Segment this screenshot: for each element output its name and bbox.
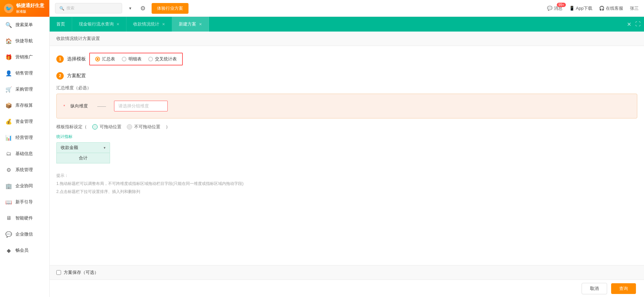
sales-icon: 👤: [5, 70, 12, 77]
inventory-icon: 📦: [5, 102, 12, 109]
sidebar-item-label: 基础信息: [15, 151, 33, 157]
sidebar-item-wechat[interactable]: 💬 企业微信: [0, 226, 49, 242]
radio-summary-circle: [95, 57, 100, 61]
operations-icon: 📊: [5, 134, 12, 141]
sidebar-item-label: 畅会员: [15, 247, 29, 253]
template-options-box: 汇总表 明细表 交叉统计表: [89, 53, 183, 65]
sidebar-item-purchase[interactable]: 🛒 采购管理: [0, 81, 49, 97]
dimension-select[interactable]: 请选择分组维度: [114, 101, 168, 111]
sidebar-item-label: 新手引导: [15, 199, 33, 205]
message-badge: 99+: [557, 3, 566, 7]
search-icon: 🔍: [59, 6, 64, 11]
sidebar-item-label: 企业协同: [15, 183, 33, 189]
dimension-section-label: 汇总维度（必选）: [56, 85, 637, 91]
radio-cross[interactable]: 交叉统计表: [148, 56, 177, 62]
tip2: 2.点击标题栏下拉可设置排序、插入列和删除列: [56, 188, 637, 196]
finance-icon: 💰: [5, 118, 12, 125]
search-icon: 🔍: [5, 21, 12, 28]
sidebar-item-system[interactable]: ⚙ 系统管理: [0, 162, 49, 178]
support-label: 在线客服: [606, 5, 623, 11]
metrics-cell: 合计: [56, 153, 110, 163]
topbar-gear[interactable]: ⚙: [138, 4, 148, 13]
support-btn[interactable]: 🎧 在线客服: [599, 5, 623, 11]
logo-icon: 🐦: [4, 4, 13, 13]
radio-detail-label: 明细表: [128, 56, 142, 62]
logo-text: 畅捷通好生意: [16, 3, 44, 9]
page-body: 1 选择模板 汇总表 明细表: [50, 46, 644, 265]
sidebar-nav: 🔍 搜索菜单 🏠 快捷导航 🎁 营销推广 👤 销售管理 🛒 采购管理 📦 库存核…: [0, 17, 49, 297]
section-template: 1 选择模板 汇总表 明细表: [56, 53, 637, 65]
sidebar-item-label: 系统管理: [15, 167, 33, 173]
sidebar-item-guide[interactable]: 📖 新手引导: [0, 194, 49, 210]
metrics-hint-title: 模板指标设定（: [56, 124, 87, 130]
sidebar-item-operations[interactable]: 📊 经营管理: [0, 130, 49, 146]
metrics-section: 模板指标设定（ 可拖动位置 不可拖动位置 ） 统计指标: [56, 124, 637, 163]
dimension-row: * 纵向维度 —— 请选择分组维度: [63, 101, 630, 111]
metrics-header[interactable]: 收款金额 ▾: [56, 142, 110, 153]
tab-collection-stat-label: 收款情况统计: [133, 21, 159, 27]
hint-no-drag: 不可拖动位置: [127, 124, 160, 130]
sidebar-item-label: 快捷导航: [15, 38, 33, 44]
tab-cash-query-close[interactable]: ✕: [116, 22, 119, 27]
dimension-select-text: 请选择分组维度: [118, 103, 149, 109]
sidebar-logo: 🐦 畅捷通好生意 标准版: [0, 0, 49, 17]
draggable-label: 可拖动位置: [100, 124, 121, 130]
tabbar-actions: ✕ ⛶: [627, 21, 644, 28]
purchase-icon: 🛒: [5, 86, 12, 93]
cancel-button[interactable]: 取消: [582, 283, 607, 294]
industry-btn[interactable]: 体验行业方案: [152, 3, 189, 14]
radio-detail-circle: [122, 57, 126, 61]
tab-new-plan[interactable]: 新建方案 ✕: [172, 17, 209, 32]
sidebar-item-sales[interactable]: 👤 销售管理: [0, 65, 49, 81]
sidebar-item-inventory[interactable]: 📦 库存核算: [0, 97, 49, 113]
section1-title: 选择模板: [67, 56, 86, 62]
sidebar-item-member[interactable]: ◆ 畅会员: [0, 242, 49, 258]
tab-cash-query[interactable]: 现金银行流水查询 ✕: [72, 17, 126, 32]
radio-summary[interactable]: 汇总表: [95, 56, 115, 62]
sidebar-item-enterprise[interactable]: 🏢 企业协同: [0, 178, 49, 194]
bottom-bar: 取消 查询: [50, 280, 644, 297]
metrics-chevron-icon[interactable]: ▾: [104, 146, 106, 150]
sidebar-item-hardware[interactable]: 🖥 智能硬件: [0, 210, 49, 226]
topbar-search[interactable]: 🔍 搜索: [55, 3, 122, 13]
vertical-dimension-label: 纵向维度: [70, 103, 88, 109]
dimension-arrow: ——: [97, 104, 106, 109]
radio-detail[interactable]: 明细表: [122, 56, 142, 62]
topbar-dropdown[interactable]: ▾: [126, 4, 134, 12]
expand-icon[interactable]: ⛶: [635, 21, 641, 27]
tab-collection-stat-close[interactable]: ✕: [162, 22, 165, 27]
tips-section: 提示： 1.拖动标题栏可以调整布局，不可跨维度或指标区域拖动栏目字段(只能在同一…: [56, 171, 637, 196]
user-name[interactable]: 张三: [630, 5, 639, 11]
radio-cross-label: 交叉统计表: [155, 56, 177, 62]
no-drag-indicator: [127, 124, 132, 130]
sidebar-item-label: 采购管理: [15, 86, 33, 92]
download-btn[interactable]: 📱 App下载: [569, 5, 592, 11]
save-checkbox[interactable]: [56, 270, 61, 275]
sidebar-item-quick-nav[interactable]: 🏠 快捷导航: [0, 33, 49, 49]
sidebar-item-label: 企业微信: [15, 231, 33, 237]
close-window-icon[interactable]: ✕: [627, 21, 631, 28]
metrics-grid: 统计指标 收款金额 ▾ 合计: [56, 134, 110, 163]
tab-new-plan-close[interactable]: ✕: [199, 22, 202, 27]
breadcrumb: 收款情况统计方案设置: [50, 32, 644, 46]
section2-header: 2 方案配置: [56, 72, 637, 80]
wechat-icon: 💬: [5, 231, 12, 238]
tip1: 1.拖动标题栏可以调整布局，不可跨维度或指标区域拖动栏目字段(只能在同一维度或指…: [56, 180, 637, 188]
metrics-hint: 模板指标设定（ 可拖动位置 不可拖动位置 ）: [56, 124, 637, 130]
sidebar-item-finance[interactable]: 💰 资金管理: [0, 113, 49, 130]
sidebar-item-label: 经营管理: [15, 135, 33, 141]
sidebar-item-basic-info[interactable]: 🗂 基础信息: [0, 146, 49, 162]
save-label: 方案保存（可选）: [64, 269, 99, 276]
message-btn[interactable]: 💬 消息 99+: [547, 5, 562, 11]
section-plan-config: 2 方案配置 汇总维度（必选） * 纵向维度 —— 请选择分组维度: [56, 72, 637, 196]
metrics-category-label: 统计指标: [56, 134, 110, 140]
tabbar: 首页 现金银行流水查询 ✕ 收款情况统计 ✕ 新建方案 ✕ ✕ ⛶: [50, 17, 644, 32]
tab-home[interactable]: 首页: [50, 17, 72, 32]
sidebar: 🐦 畅捷通好生意 标准版 🔍 搜索菜单 🏠 快捷导航 🎁 营销推广 👤 销售管理…: [0, 0, 50, 297]
topbar: 🔍 搜索 ▾ ⚙ 体验行业方案 💬 消息 99+ 📱 App下载 🎧 在线客服 …: [50, 0, 644, 17]
sidebar-item-search[interactable]: 🔍 搜索菜单: [0, 17, 49, 33]
sidebar-item-marketing[interactable]: 🎁 营销推广: [0, 49, 49, 65]
tab-collection-stat[interactable]: 收款情况统计 ✕: [126, 17, 172, 32]
query-button[interactable]: 查询: [611, 283, 636, 294]
hint-draggable: 可拖动位置: [92, 124, 121, 130]
